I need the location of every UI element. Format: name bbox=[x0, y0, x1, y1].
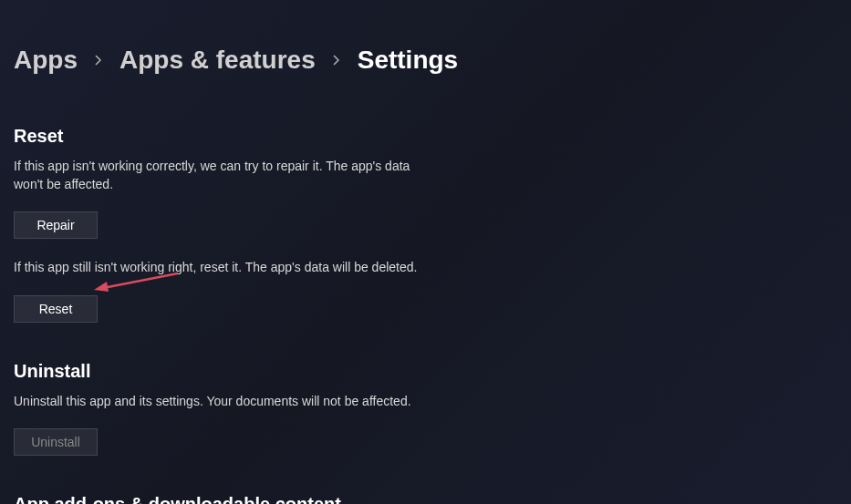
repair-description: If this app isn't working correctly, we … bbox=[14, 158, 424, 193]
breadcrumb-apps[interactable]: Apps bbox=[14, 46, 78, 75]
uninstall-heading: Uninstall bbox=[14, 361, 837, 382]
reset-heading: Reset bbox=[14, 126, 837, 147]
chevron-right-icon bbox=[332, 54, 341, 67]
chevron-right-icon bbox=[94, 54, 103, 67]
reset-button[interactable]: Reset bbox=[14, 295, 98, 323]
uninstall-description: Uninstall this app and its settings. You… bbox=[14, 393, 424, 411]
addons-heading: App add-ons & downloadable content bbox=[14, 494, 837, 504]
repair-button[interactable]: Repair bbox=[14, 211, 98, 239]
addons-section: App add-ons & downloadable content bbox=[14, 494, 837, 504]
breadcrumb-apps-features[interactable]: Apps & features bbox=[119, 46, 316, 75]
reset-description: If this app still isn't working right, r… bbox=[14, 259, 424, 277]
uninstall-section: Uninstall Uninstall this app and its set… bbox=[14, 361, 837, 457]
uninstall-button[interactable]: Uninstall bbox=[14, 428, 98, 456]
breadcrumb: Apps Apps & features Settings bbox=[14, 46, 837, 75]
breadcrumb-settings: Settings bbox=[358, 46, 458, 75]
reset-section: Reset If this app isn't working correctl… bbox=[14, 126, 837, 323]
